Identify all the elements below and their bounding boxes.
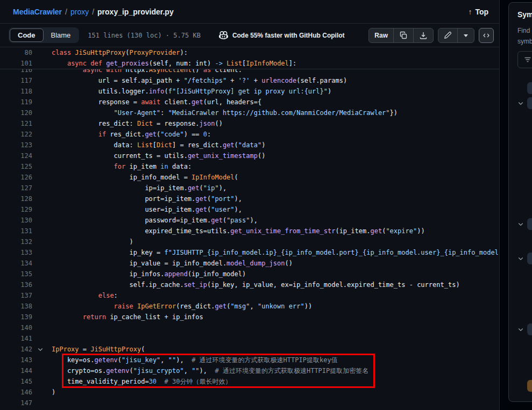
code-text: ) xyxy=(52,387,499,398)
symbol-pill[interactable] xyxy=(527,218,532,230)
line-number[interactable]: 131 xyxy=(0,226,32,236)
breadcrumb-file-name: proxy_ip_provider.py xyxy=(97,8,174,16)
code-text: response = await client.get(url, headers… xyxy=(52,97,499,107)
code-line: 130 password=ip_item.get("pass"), xyxy=(0,215,499,226)
line-number[interactable]: 139 xyxy=(0,312,32,322)
line-number[interactable]: 129 xyxy=(0,204,32,215)
line-number[interactable]: 122 xyxy=(0,129,32,140)
line-number[interactable]: 123 xyxy=(0,140,32,150)
copilot-icon xyxy=(219,31,228,40)
line-number[interactable]: 146 xyxy=(0,387,32,398)
clipped-code-line: 116 async with httpx.AsyncClient() as cl… xyxy=(0,69,499,75)
line-number[interactable]: 134 xyxy=(0,258,32,269)
code-text: utils.logger.info(f"[JiSuHttpProxy] get … xyxy=(52,86,499,97)
code-line: 138 raise IpGetError(res_dict.get("msg",… xyxy=(0,301,499,312)
symbols-filter-button[interactable] xyxy=(517,51,532,68)
line-number[interactable]: 141 xyxy=(0,333,32,344)
code-lines: 117 url = self.api_path + "/fetchips" + … xyxy=(0,75,499,408)
symbol-pill[interactable] xyxy=(527,323,532,335)
line-number[interactable]: 80 xyxy=(0,47,32,58)
breadcrumb-separator: / xyxy=(92,8,94,16)
edit-dropdown-button[interactable] xyxy=(457,28,474,42)
code-line: 122 if res_dict.get("code") == 0: xyxy=(0,129,499,140)
copy-button[interactable] xyxy=(393,28,413,42)
code-line: 116 async with httpx.AsyncClient() as cl… xyxy=(0,69,499,75)
breadcrumb-separator: / xyxy=(65,8,67,16)
symbol-pill[interactable] xyxy=(527,82,532,94)
line-number[interactable]: 135 xyxy=(0,269,32,279)
line-number[interactable]: 126 xyxy=(0,172,32,183)
line-number[interactable]: 125 xyxy=(0,161,32,172)
line-number[interactable]: 116 xyxy=(0,69,32,75)
chevron-down-icon[interactable] xyxy=(517,326,526,333)
code-line: 120 "User-Agent": "MediaCrawler https://… xyxy=(0,107,499,118)
line-number[interactable]: 128 xyxy=(0,193,32,204)
back-to-top-button[interactable]: ↑ Top xyxy=(468,8,488,16)
breadcrumb-repo-link[interactable]: MediaCrawler xyxy=(13,8,62,16)
code-line: 144 crypto=os.getenv("jisu_crypto", ""),… xyxy=(0,365,499,376)
line-number[interactable]: 143 xyxy=(0,355,32,365)
line-number[interactable]: 132 xyxy=(0,236,32,247)
code-text: url = self.api_path + "/fetchips" + '?' … xyxy=(52,75,499,86)
code-pane: MediaCrawler / proxy / proxy_ip_provider… xyxy=(0,0,500,410)
line-number[interactable]: 117 xyxy=(0,75,32,86)
fold-chevron-down-icon[interactable] xyxy=(37,346,44,353)
symbol-item xyxy=(517,323,532,335)
file-toolbar: Code Blame 151 lines (130 loc) · 5.75 KB… xyxy=(0,24,499,47)
line-number[interactable]: 130 xyxy=(0,215,32,226)
line-number[interactable]: 138 xyxy=(0,301,32,312)
line-number[interactable]: 140 xyxy=(0,322,32,333)
line-number[interactable]: 127 xyxy=(0,183,32,193)
sticky-scope-lines: 80class JiSuHttpProxy(ProxyProvider):101… xyxy=(0,47,499,69)
code-text: expired_time_ts=utils.get_unix_time_from… xyxy=(52,226,499,236)
line-number[interactable]: 133 xyxy=(0,247,32,258)
line-number[interactable]: 121 xyxy=(0,118,32,129)
code-text: async with httpx.AsyncClient() as client… xyxy=(52,69,499,75)
line-number[interactable]: 142 xyxy=(0,344,32,355)
symbols-panel-title: Symbols xyxy=(517,10,532,19)
line-number[interactable]: 144 xyxy=(0,365,32,376)
toolbar-right: Raw xyxy=(368,28,494,43)
chevron-down-icon[interactable] xyxy=(517,221,526,227)
line-number[interactable]: 137 xyxy=(0,290,32,301)
raw-button[interactable]: Raw xyxy=(369,28,393,42)
line-number[interactable]: 119 xyxy=(0,97,32,107)
code-text: current_ts = utils.get_unix_timestamp() xyxy=(52,150,499,161)
copy-icon xyxy=(399,31,408,40)
code-line: 139 return ip_cache_list + ip_infos xyxy=(0,312,499,322)
symbol-item xyxy=(517,82,532,94)
symbol-pill[interactable] xyxy=(527,380,532,392)
arrow-up-icon: ↑ xyxy=(468,8,472,16)
code-text: async def get_proxies(self, num: int) ->… xyxy=(52,58,499,69)
line-number[interactable]: 120 xyxy=(0,107,32,118)
code-line: 129 user=ip_item.get("user"), xyxy=(0,204,499,215)
line-number[interactable]: 124 xyxy=(0,150,32,161)
tab-blame[interactable]: Blame xyxy=(44,29,79,41)
code-line: 142IpProxy = JiSuHttpProxy( xyxy=(0,344,499,355)
code-text: for ip_item in data: xyxy=(52,161,499,172)
symbols-panel-toggle-button[interactable] xyxy=(479,28,494,43)
chevron-down-icon[interactable] xyxy=(517,100,526,106)
breadcrumb-dir-link[interactable]: proxy xyxy=(70,8,89,16)
code-text: self.ip_cache.set_ip(ip_key, ip_value, e… xyxy=(52,279,499,290)
code-line: 121 res_dict: Dict = response.json() xyxy=(0,118,499,129)
code-text: ip=ip_item.get("ip"), xyxy=(52,183,499,193)
line-number[interactable]: 136 xyxy=(0,279,32,290)
line-number[interactable]: 147 xyxy=(0,398,32,408)
line-number[interactable]: 145 xyxy=(0,376,32,387)
symbol-item xyxy=(517,380,532,392)
code-line: 119 response = await client.get(url, hea… xyxy=(0,97,499,107)
edit-button[interactable] xyxy=(438,28,457,42)
code-line: 123 data: List[Dict] = res_dict.get("dat… xyxy=(0,140,499,150)
download-button[interactable] xyxy=(413,28,433,42)
code-blame-switcher: Code Blame xyxy=(9,27,79,43)
line-number[interactable]: 101 xyxy=(0,58,32,69)
code-text: ip_info_model = IpInfoModel( xyxy=(52,172,499,183)
line-number[interactable]: 118 xyxy=(0,86,32,97)
chevron-down-icon[interactable] xyxy=(517,255,526,262)
code-line: 143 key=os.getenv("jisu_key", ""), # 通过环… xyxy=(0,355,499,365)
symbol-pill[interactable] xyxy=(527,253,532,264)
code-text: IpProxy = JiSuHttpProxy( xyxy=(52,344,499,355)
symbol-pill[interactable] xyxy=(527,97,532,109)
tab-code[interactable]: Code xyxy=(10,28,44,42)
